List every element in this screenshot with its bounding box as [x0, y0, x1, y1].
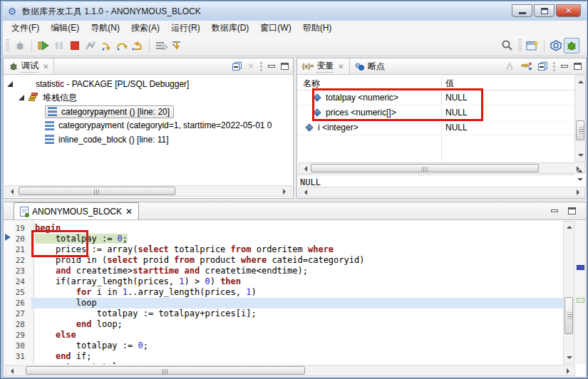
tab-variables[interactable]: (x)= 变量 ✕ [297, 58, 350, 74]
menu-item[interactable]: 编辑(E) [45, 21, 85, 36]
tab-anonymous-block[interactable]: ANONYMOUS_BLOCK ✕ [14, 202, 139, 219]
step-return-icon[interactable] [130, 38, 145, 53]
variable-detail-pane[interactable]: NULL [297, 175, 574, 187]
maximize-view-icon[interactable] [281, 63, 289, 70]
detail-hscrollbar[interactable] [299, 187, 585, 197]
debug-bug-icon[interactable] [12, 38, 28, 53]
maximize-view-icon[interactable] [568, 207, 576, 214]
tree-item[interactable]: 堆栈信息 [19, 91, 77, 105]
scroll-down-arrow[interactable] [577, 178, 583, 184]
minimize-view-icon[interactable] [551, 209, 558, 212]
scroll-down-arrow[interactable] [567, 356, 572, 362]
minimize-button[interactable] [512, 4, 532, 17]
tree-expand-arrow[interactable] [19, 95, 24, 100]
menu-item[interactable]: 数据库(D) [206, 21, 255, 36]
scrollbar-thumb[interactable] [19, 187, 175, 195]
show-type-names-icon[interactable] [505, 62, 515, 71]
variable-row[interactable]: i <integer>NULL [297, 120, 574, 135]
code-line[interactable]: 30 totalpay := 0; [4, 341, 586, 351]
detail-vscrollbar[interactable] [574, 162, 586, 187]
code-editor[interactable]: 19begin20 totalpay := 0;21 prices := arr… [4, 221, 586, 364]
drop-to-frame-icon[interactable] [169, 38, 185, 53]
tree-item[interactable]: categorypayment (categoryid=1, starttime… [45, 119, 272, 133]
scroll-right-arrow[interactable] [567, 368, 572, 374]
overview-breakpoint-marker[interactable] [577, 265, 584, 270]
code-line[interactable]: 19begin [4, 223, 586, 234]
scroll-up-arrow[interactable] [577, 167, 583, 172]
close-icon[interactable]: ✕ [125, 207, 133, 217]
menu-item[interactable]: 搜索(A) [125, 21, 165, 36]
remove-all-terminated-icon[interactable]: ✕ [247, 61, 254, 71]
close-button[interactable]: ✕ [556, 4, 581, 17]
code-line[interactable]: 31 end if; [4, 351, 586, 362]
variables-hscrollbar[interactable] [299, 162, 585, 174]
code-line[interactable]: 29 else [4, 330, 586, 341]
scroll-right-arrow[interactable] [577, 190, 582, 195]
menu-item[interactable]: 导航(N) [85, 21, 125, 36]
variables-vscrollbar[interactable] [574, 76, 586, 162]
overview-current-line-marker[interactable] [577, 298, 584, 303]
scrollbar-thumb[interactable] [311, 164, 539, 172]
scrollbar-thumb[interactable] [564, 297, 573, 334]
maximize-button[interactable] [534, 4, 555, 17]
tab-debug[interactable]: 调试 ✕ [4, 58, 54, 74]
open-perspective-icon[interactable] [525, 38, 540, 53]
scrollbar-thumb[interactable] [576, 120, 584, 140]
search-icon[interactable] [500, 38, 515, 53]
code-line[interactable]: 20 totalpay := 0; [4, 234, 586, 244]
code-line[interactable]: 32 return totalpay; [4, 362, 586, 364]
scroll-left-arrow[interactable] [8, 368, 14, 374]
collapse-all-icon[interactable] [232, 62, 242, 71]
maximize-view-icon[interactable] [574, 63, 582, 70]
terminate-icon[interactable] [67, 38, 83, 53]
resume-icon[interactable] [36, 38, 51, 53]
close-icon[interactable]: ✕ [338, 63, 344, 71]
step-into-icon[interactable] [98, 38, 114, 53]
close-icon[interactable]: ✕ [43, 63, 48, 71]
view-menu-icon[interactable] [260, 62, 262, 71]
toolbar-drag-handle[interactable] [6, 39, 9, 52]
tree-item[interactable]: categorypayment () [line: 20] [45, 105, 174, 118]
code-line[interactable]: 21 prices := array(select totalprice fro… [4, 244, 586, 255]
debug-perspective-icon[interactable] [564, 38, 579, 53]
overview-ruler[interactable] [574, 221, 586, 364]
menu-item[interactable]: 帮助(H) [297, 21, 338, 36]
debug-hscrollbar[interactable] [5, 185, 292, 197]
code-line[interactable]: 25 for i in 1..array_length(prices, 1) [4, 287, 586, 298]
pause-icon[interactable] [51, 38, 67, 53]
code-line[interactable]: 22 proid in (select proid from product w… [4, 255, 586, 266]
editor-hscrollbar[interactable] [5, 365, 575, 376]
toolbar-drag-handle[interactable] [518, 39, 522, 52]
disconnect-icon[interactable] [83, 38, 98, 53]
code-line[interactable]: 23 and createtime>starttime and createti… [4, 266, 586, 276]
scroll-right-arrow[interactable] [283, 189, 289, 194]
minimize-view-icon[interactable] [561, 65, 568, 68]
scroll-down-arrow[interactable] [578, 154, 584, 160]
scroll-up-arrow[interactable] [578, 78, 584, 83]
scroll-up-arrow[interactable] [567, 223, 572, 229]
minimize-view-icon[interactable] [268, 65, 275, 68]
code-line[interactable]: 28 end loop; [4, 319, 586, 330]
menu-item[interactable]: 窗口(W) [254, 21, 296, 36]
code-line[interactable]: 27 totalpay := totalpay+prices[i]; [4, 308, 586, 319]
menu-item[interactable]: 运行(R) [165, 21, 206, 36]
editor-vscrollbar[interactable] [563, 221, 574, 364]
tab-breakpoints[interactable]: 断点 [350, 58, 390, 74]
tree-expand-arrow[interactable] [7, 81, 13, 87]
code-line[interactable]: 26 loop [4, 298, 586, 308]
scrollbar-thumb[interactable] [26, 366, 305, 375]
use-step-filters-icon[interactable] [153, 38, 169, 53]
code-line[interactable]: 24 if(array_length(prices, 1) > 0) then [4, 276, 586, 287]
view-menu-icon[interactable] [553, 62, 555, 71]
scroll-left-arrow[interactable] [301, 190, 307, 195]
tree-item[interactable]: inline_code_block () [line: 11] [45, 133, 169, 146]
scroll-left-arrow[interactable] [301, 166, 307, 172]
scroll-left-arrow[interactable] [8, 189, 14, 194]
show-logical-structure-icon[interactable] [521, 62, 532, 71]
sql-perspective-icon[interactable] [548, 38, 564, 53]
menu-item[interactable]: 文件(F) [6, 21, 45, 36]
collapse-all-icon[interactable] [538, 62, 547, 71]
step-over-icon[interactable] [114, 38, 130, 53]
title-bar[interactable]: ⚙ 数据库开发工具 1.1.0 - ANONYMOUS_BLOCK ✕ [3, 2, 587, 21]
tree-item[interactable]: statistic - PACKAGE [PL/SQL Debugger] [7, 77, 189, 90]
